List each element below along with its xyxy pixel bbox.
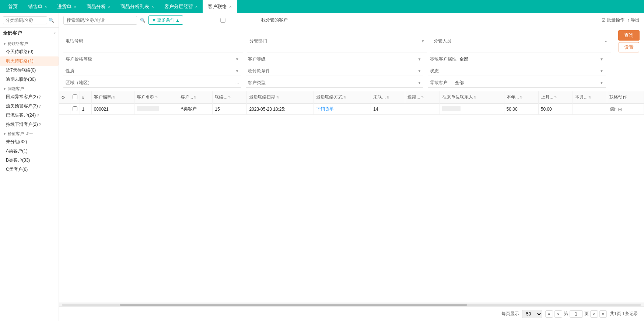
col-name: 客户名称⇅ — [134, 91, 178, 104]
sort-type-icon[interactable]: ⇅ — [194, 96, 197, 99]
sort-code-icon[interactable]: ⇅ — [112, 96, 115, 99]
close-sales-order-icon[interactable]: × — [45, 4, 47, 9]
filter-actions: 查询 设置 — [615, 30, 640, 52]
row-not-contacted: 14 — [371, 104, 405, 115]
value-edit-icon[interactable]: ✏ — [29, 131, 33, 136]
close-purchase-order-icon[interactable]: × — [74, 4, 76, 9]
sidebar-item-ungrouped[interactable]: 未分组(32) — [0, 137, 59, 146]
filter-payment-arrow[interactable]: ▼ — [417, 69, 421, 73]
more-filter-button[interactable]: ▼ 更多条件 ▲ — [148, 15, 183, 25]
row-checkbox[interactable] — [73, 106, 77, 111]
export-icon: ↑ — [627, 18, 630, 23]
my-customers-checkbox[interactable] — [186, 18, 260, 23]
query-button[interactable]: 查询 — [618, 30, 640, 41]
first-page-button[interactable]: « — [545, 310, 553, 318]
scrollbar-track — [62, 304, 641, 306]
sidebar-item-tomorrow-pending[interactable]: 明天待联络(1) — [0, 56, 59, 66]
filter-dept-label: 分管部门 — [249, 38, 272, 44]
sidebar-item-c-class[interactable]: C类客户(6) — [0, 165, 59, 174]
row-checkbox-cell — [70, 104, 80, 115]
col-no: # — [80, 91, 91, 104]
sort-uc-icon[interactable]: ⇅ — [474, 96, 477, 99]
sidebar-item-churn-warning[interactable]: 流失预警客户(3) ? — [0, 101, 59, 111]
filter-dept: 分管部门 ▼ — [247, 30, 427, 52]
sidebar-search-icon[interactable]: 🔍 — [49, 18, 54, 23]
sidebar-item-overdue-pending[interactable]: 逾期未联络(30) — [0, 75, 59, 84]
close-customer-contact-icon[interactable]: × — [229, 4, 231, 9]
last-page-button[interactable]: » — [599, 310, 607, 318]
close-customer-segmentation-icon[interactable]: × — [195, 4, 197, 9]
next-page-button[interactable]: > — [590, 310, 598, 318]
sort-lm-icon[interactable]: ⇅ — [554, 96, 557, 99]
value-refresh-icon[interactable]: ↺ — [25, 131, 29, 136]
nav-product-analysis-list[interactable]: 商品分析列表 × — [115, 0, 159, 13]
nav-product-analysis[interactable]: 商品分析 × — [81, 0, 115, 13]
sidebar-item-7days-pending[interactable]: 近7天待联络(0) — [0, 66, 59, 75]
action-grid-icon[interactable]: ⊞ — [618, 106, 622, 112]
action-phone-icon[interactable]: ☎ — [609, 106, 616, 112]
filter-region-dots[interactable]: ··· — [235, 80, 239, 86]
sidebar-item-a-class[interactable]: A类客户(1) — [0, 146, 59, 156]
filter-manager-dots[interactable]: ··· — [605, 39, 609, 44]
row-no: 1 — [80, 104, 91, 115]
nav-home[interactable]: 首页 — [3, 0, 23, 13]
per-page-select[interactable]: 50 100 200 — [522, 310, 542, 318]
sort-nc-icon[interactable]: ⇅ — [386, 96, 389, 99]
batch-icon: ☑ — [602, 18, 606, 23]
filter-retail-customer-value[interactable]: 全部 — [455, 80, 600, 86]
gear-icon[interactable]: ⚙ — [61, 95, 65, 100]
row-type: B类客户 — [178, 104, 213, 115]
nav-customer-segmentation[interactable]: 客户分层经营 × — [159, 0, 203, 13]
sort-lcd-icon[interactable]: ⇅ — [276, 96, 279, 99]
help-icon-1[interactable]: ? — [39, 104, 41, 108]
search-input[interactable] — [63, 16, 137, 25]
filter-price-level: 客户价格等级 ▼ — [63, 55, 241, 64]
col-not-contacted: 未联...⇅ — [371, 91, 405, 104]
sidebar-collapse-icon[interactable]: « — [53, 31, 56, 35]
filter-nature-arrow[interactable]: ▼ — [235, 69, 239, 73]
export-button[interactable]: ↑ 导出 — [627, 17, 640, 23]
close-product-analysis-icon[interactable]: × — [108, 4, 110, 9]
filter-price-level-arrow[interactable]: ▼ — [235, 57, 239, 61]
filter-status-label: 状态 — [430, 68, 452, 74]
sort-tm-icon[interactable]: ⇅ — [588, 96, 591, 99]
filter-customer-type-arrow[interactable]: ▼ — [417, 81, 421, 85]
filter-dept-arrow[interactable]: ▼ — [421, 39, 425, 43]
sidebar-all-customers[interactable]: 全部客户 « — [0, 28, 59, 39]
select-all-checkbox[interactable] — [73, 94, 77, 99]
last-contact-method-link[interactable]: 下销货单 — [316, 106, 334, 111]
settings-button[interactable]: 设置 — [619, 42, 639, 52]
help-icon-2[interactable]: ? — [36, 113, 39, 118]
search-button[interactable]: 🔍 — [140, 18, 146, 23]
nav-sales-order[interactable]: 销售单 × — [23, 0, 52, 13]
sidebar-item-today-pending[interactable]: 今天待联络(0) — [0, 47, 59, 56]
sort-lcm-icon[interactable]: ⇅ — [343, 96, 346, 99]
sidebar-item-repurchase-anomaly[interactable]: 回购异常客户(2) ? — [0, 92, 59, 101]
horizontal-scrollbar[interactable] — [59, 303, 644, 306]
filter-retail-attr-arrow[interactable]: ▼ — [600, 57, 603, 61]
filter-customer-level-label: 客户等级 — [248, 56, 270, 62]
sort-contact-icon[interactable]: ⇅ — [228, 96, 231, 99]
scrollbar-thumb[interactable] — [120, 304, 467, 306]
filter-status-arrow[interactable]: ▼ — [600, 69, 603, 73]
batch-operation-button[interactable]: ☑ 批量操作 — [602, 17, 624, 23]
sort-name-icon[interactable]: ⇅ — [155, 96, 158, 99]
help-icon-0[interactable]: ? — [39, 95, 41, 99]
filter-customer-level-arrow[interactable]: ▼ — [417, 57, 421, 61]
close-product-analysis-list-icon[interactable]: × — [151, 4, 154, 9]
sidebar-item-b-class[interactable]: B类客户(33) — [0, 156, 59, 165]
sidebar-item-churned[interactable]: 已流失客户(24) ? — [0, 111, 59, 120]
my-customers-checkbox-label[interactable]: 我分管的客户 — [186, 17, 288, 23]
nav-purchase-order[interactable]: 进货单 × — [52, 0, 81, 13]
sidebar-item-declining[interactable]: 持续下滑客户(2) ? — [0, 120, 59, 129]
nav-customer-contact[interactable]: 客户联络 × — [203, 0, 237, 13]
sort-overdue-icon[interactable]: ⇅ — [421, 96, 424, 99]
filter-retail-customer-arrow[interactable]: ▼ — [600, 81, 603, 85]
prev-page-button[interactable]: < — [554, 310, 562, 318]
filter-price-level-label: 客户价格等级 — [66, 56, 92, 62]
sort-ty-icon[interactable]: ⇅ — [520, 96, 523, 99]
filter-retail-attr-value[interactable]: 全部 — [459, 56, 600, 62]
sidebar-search-input[interactable] — [3, 16, 47, 24]
help-icon-3[interactable]: ? — [39, 122, 41, 127]
page-number-input[interactable] — [570, 310, 583, 318]
